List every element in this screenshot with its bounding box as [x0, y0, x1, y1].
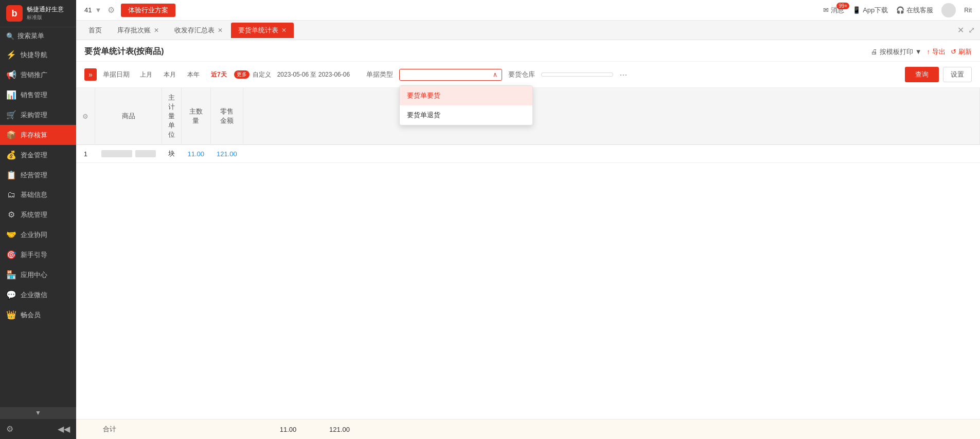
collapse-icon[interactable]: ◀◀: [58, 424, 70, 434]
type-filter-arrow: ∧: [493, 71, 497, 78]
cell-unit: 块: [162, 145, 182, 163]
service-icon: 🎧: [896, 6, 904, 14]
company-selector[interactable]: 41 ▼: [84, 6, 101, 14]
sidebar-search[interactable]: 🔍 搜索菜单: [0, 27, 76, 45]
purchase-icon: 🛒: [6, 110, 16, 120]
company-num: 41: [84, 6, 92, 14]
sidebar-nav: ⚡ 快捷导航 📢 营销推广 📊 销售管理 🛒 采购管理 📦 库存核算 💰 资金管…: [0, 45, 76, 407]
sidebar-item-wechat-label: 企业微信: [21, 290, 47, 300]
warehouse-filter-label: 要货仓库: [508, 70, 535, 79]
print-dropdown-icon: ▼: [915, 48, 922, 56]
sidebar-scroll-btn[interactable]: ▼: [0, 407, 76, 418]
quantity-link[interactable]: 11.00: [188, 150, 205, 158]
footer-totals: 11.00 121.00: [185, 426, 974, 433]
date-btn-this-month[interactable]: 本月: [159, 69, 180, 81]
enterprise-icon: 🤝: [6, 230, 16, 240]
sidebar-item-quick[interactable]: ⚡ 快捷导航: [0, 45, 76, 65]
tab-order-stats[interactable]: 要货单统计表 ✕: [231, 23, 294, 38]
sidebar-item-enterprise-label: 企业协同: [21, 230, 47, 240]
phone-icon: 📱: [852, 6, 861, 14]
dropdown-item-order[interactable]: 要货单要货: [400, 86, 532, 105]
header-gear-icon[interactable]: ⚙: [108, 5, 115, 15]
query-button[interactable]: 查询: [905, 67, 939, 82]
messages-btn[interactable]: ✉ 消息 99+: [823, 6, 844, 15]
sidebar-item-system[interactable]: ⚙ 系统管理: [0, 205, 76, 225]
sidebar-item-marketing[interactable]: 📢 营销推广: [0, 65, 76, 85]
date-btn-last-month[interactable]: 上月: [136, 69, 156, 81]
sidebar-item-basic[interactable]: 🗂 基础信息: [0, 185, 76, 205]
refresh-btn[interactable]: ↺ 刷新: [951, 47, 972, 57]
sidebar-item-purchase[interactable]: 🛒 采购管理: [0, 105, 76, 125]
setting-button[interactable]: 设置: [943, 67, 972, 82]
cell-amount: 121.00: [210, 145, 243, 163]
export-btn[interactable]: ↑ 导出: [927, 47, 946, 57]
product-placeholder-1: [101, 150, 132, 157]
app-download-btn[interactable]: 📱 App下载: [852, 6, 888, 15]
tab-batch-close[interactable]: ✕: [154, 27, 159, 34]
tab-home[interactable]: 首页: [81, 23, 109, 38]
col-gear-icon[interactable]: ⚙: [82, 113, 88, 120]
sidebar-search-label: 搜索菜单: [17, 31, 44, 41]
online-service-btn[interactable]: 🎧 在线客服: [896, 6, 933, 15]
date-btn-7days[interactable]: 近7天: [207, 69, 231, 81]
sidebar-item-enterprise[interactable]: 🤝 企业协同: [0, 225, 76, 245]
date-btn-custom[interactable]: 自定义: [253, 70, 271, 79]
filter-actions: 查询 设置: [905, 67, 972, 82]
type-filter-select[interactable]: ∧: [399, 69, 502, 81]
sidebar: b 畅捷通好生意 标准版 🔍 搜索菜单 ⚡ 快捷导航 📢 营销推广 📊 销售管理…: [0, 0, 76, 439]
scroll-down-arrow[interactable]: ▼: [35, 409, 41, 416]
sidebar-logo: b 畅捷通好生意 标准版: [0, 0, 76, 27]
tab-receipt-summary[interactable]: 收发存汇总表 ✕: [167, 23, 230, 38]
type-dropdown-menu: 要货单要货 要货单退货: [399, 85, 533, 125]
filter-date-options: 上月 本月 本年 近7天 更多 自定义: [136, 69, 271, 81]
sidebar-item-sales[interactable]: 📊 销售管理: [0, 85, 76, 105]
col-settings[interactable]: ⚙: [76, 88, 95, 145]
tab-receipt-close[interactable]: ✕: [218, 27, 223, 34]
filter-expand-btn[interactable]: »: [84, 68, 97, 81]
col-unit: 主计量单位: [162, 88, 182, 145]
online-service-label: 在线客服: [906, 6, 933, 15]
date-btn-this-year[interactable]: 本年: [183, 69, 204, 81]
tab-order-stats-close[interactable]: ✕: [281, 27, 287, 34]
sidebar-item-member[interactable]: 👑 畅会员: [0, 305, 76, 325]
settings-icon[interactable]: ⚙: [6, 424, 13, 434]
sidebar-item-operations[interactable]: 📋 经营管理: [0, 165, 76, 185]
sidebar-item-appstore[interactable]: 🏪 应用中心: [0, 265, 76, 285]
search-icon: 🔍: [6, 32, 14, 40]
tab-maximize-icon[interactable]: ⤢: [968, 25, 975, 35]
logo-icon: b: [6, 5, 23, 22]
col-quantity: 主数量: [182, 88, 211, 145]
user-avatar[interactable]: [941, 3, 956, 17]
operations-icon: 📋: [6, 170, 16, 180]
tab-batch[interactable]: 库存批次账 ✕: [110, 23, 166, 38]
warehouse-filter-input[interactable]: [541, 72, 613, 77]
date-filter-label: 单据日期: [103, 70, 130, 79]
sidebar-item-inventory[interactable]: 📦 库存核算: [0, 125, 76, 145]
type-filter-label: 单据类型: [366, 70, 393, 79]
trial-button[interactable]: 体验行业方案: [121, 4, 175, 17]
sidebar-item-newbie[interactable]: 🎯 新手引导: [0, 245, 76, 265]
logo-text: 畅捷通好生意: [27, 6, 64, 14]
print-template-btn[interactable]: 🖨 按模板打印 ▼: [871, 47, 922, 57]
marketing-icon: 📢: [6, 70, 16, 80]
cell-extra: [243, 145, 980, 163]
amount-link[interactable]: 121.00: [217, 150, 237, 158]
cell-product: [95, 145, 162, 163]
print-label: 按模板打印: [880, 47, 913, 57]
sidebar-item-finance[interactable]: 💰 资金管理: [0, 145, 76, 165]
filter-date-range: 2023-05-06 至 2023-06-06: [277, 70, 350, 79]
header-right: ✉ 消息 99+ 📱 App下载 🎧 在线客服 Rit: [823, 3, 972, 17]
cell-quantity: 11.00: [182, 145, 211, 163]
member-icon: 👑: [6, 310, 16, 320]
filter-more-options-btn[interactable]: ···: [619, 69, 627, 80]
filter-bar: » 单据日期 上月 本月 本年 近7天 更多 自定义 2023-05-06 至 …: [76, 62, 980, 88]
sidebar-item-wechat[interactable]: 💬 企业微信: [0, 285, 76, 305]
dropdown-item-return[interactable]: 要货单退货: [400, 105, 532, 125]
footer-amount: 121.00: [319, 426, 360, 433]
sidebar-item-operations-label: 经营管理: [21, 171, 47, 180]
tab-close-all-icon[interactable]: ✕: [957, 25, 964, 35]
type-filter-input[interactable]: [404, 71, 493, 79]
logo-sub: 标准版: [27, 14, 64, 21]
filter-more-badge[interactable]: 更多: [234, 70, 250, 79]
print-icon: 🖨: [871, 48, 878, 56]
